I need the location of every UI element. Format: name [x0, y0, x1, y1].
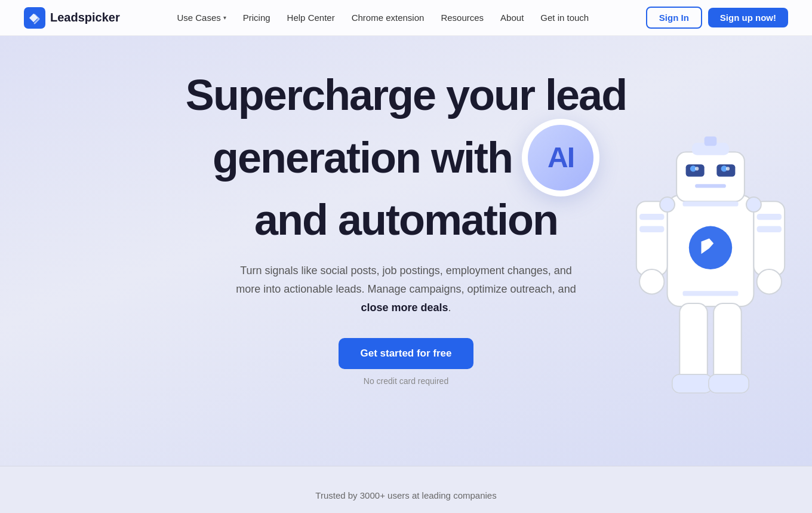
trusted-text: Trusted by 3000+ users at leading compan… — [24, 490, 788, 500]
hero-content: Supercharge your lead generation with AI… — [186, 72, 626, 386]
svg-point-10 — [695, 167, 699, 170]
svg-rect-3 — [676, 152, 745, 201]
logo-link[interactable]: Leadspicker — [24, 7, 120, 29]
svg-point-27 — [660, 197, 675, 212]
signin-button[interactable]: Sign In — [646, 7, 702, 29]
svg-point-2 — [689, 226, 732, 269]
nav-actions: Sign In Sign up now! — [646, 7, 788, 29]
nav-use-cases[interactable]: Use Cases ▾ — [171, 9, 232, 26]
logo-icon — [24, 7, 45, 29]
nav-help-center[interactable]: Help Center — [281, 9, 341, 26]
brand-name: Leadspicker — [50, 11, 120, 24]
svg-rect-14 — [639, 214, 664, 220]
svg-rect-5 — [705, 137, 717, 146]
cta-subtext: No credit card required — [186, 376, 626, 386]
robot-illustration — [609, 72, 812, 430]
svg-rect-23 — [672, 374, 712, 393]
trusted-section: Trusted by 3000+ users at leading compan… — [0, 466, 812, 513]
signup-button[interactable]: Sign up now! — [708, 8, 788, 27]
svg-rect-12 — [695, 184, 726, 188]
svg-rect-26 — [682, 291, 738, 296]
nav-chrome-extension[interactable]: Chrome extension — [346, 9, 430, 26]
svg-point-11 — [726, 167, 730, 170]
svg-rect-15 — [639, 226, 664, 232]
svg-rect-21 — [679, 303, 708, 383]
hero-title: Supercharge your lead generation with AI… — [186, 72, 626, 244]
hero-description: Turn signals like social posts, job post… — [227, 262, 585, 317]
nav-get-in-touch[interactable]: Get in touch — [534, 9, 595, 26]
nav-pricing[interactable]: Pricing — [237, 9, 276, 26]
robot-svg — [609, 72, 812, 430]
svg-point-16 — [639, 269, 664, 294]
nav-about[interactable]: About — [494, 9, 530, 26]
hero-section: Supercharge your lead generation with AI… — [0, 36, 812, 466]
navbar: Leadspicker Use Cases ▾ Pricing Help Cen… — [0, 0, 812, 36]
svg-rect-24 — [709, 374, 749, 393]
cta-button[interactable]: Get started for free — [339, 338, 473, 369]
svg-point-20 — [757, 269, 782, 294]
svg-rect-19 — [757, 226, 782, 232]
ai-badge: AI — [522, 119, 599, 196]
nav-links: Use Cases ▾ Pricing Help Center Chrome e… — [171, 9, 595, 26]
svg-rect-13 — [636, 201, 668, 275]
svg-rect-17 — [753, 201, 785, 275]
chevron-down-icon: ▾ — [223, 14, 226, 21]
hero-cta-container: Get started for free No credit card requ… — [186, 338, 626, 386]
svg-rect-18 — [757, 214, 782, 220]
svg-point-28 — [746, 197, 761, 212]
svg-rect-25 — [682, 201, 738, 206]
svg-rect-22 — [713, 303, 742, 383]
nav-resources[interactable]: Resources — [435, 9, 490, 26]
